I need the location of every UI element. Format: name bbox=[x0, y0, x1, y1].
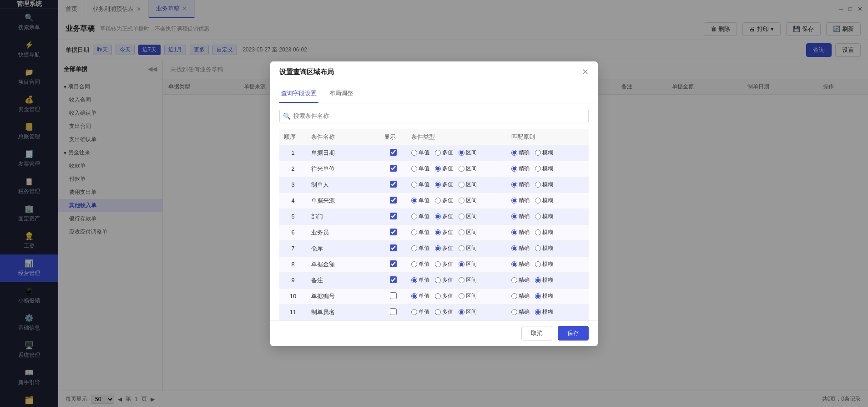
cell-name-1: 往来单位 bbox=[307, 161, 379, 177]
show-checkbox-8[interactable] bbox=[390, 276, 397, 283]
cell-match-6: 精确 模糊 bbox=[507, 240, 589, 256]
cell-order-10: 11 bbox=[279, 304, 307, 320]
table-row: 5 部门 单值 多值 区间 精确 模糊 bbox=[279, 209, 589, 224]
cell-match-5: 精确 模糊 bbox=[507, 224, 589, 240]
cell-type-4: 单值 多值 区间 bbox=[407, 209, 507, 224]
cell-name-4: 部门 bbox=[307, 209, 379, 224]
cell-name-9: 单据编号 bbox=[307, 288, 379, 304]
cell-show-9[interactable] bbox=[379, 288, 407, 304]
cell-show-3[interactable] bbox=[379, 193, 407, 209]
modal-close-button[interactable]: ✕ bbox=[582, 67, 589, 77]
show-checkbox-7[interactable] bbox=[390, 260, 397, 267]
modal-header: 设置查询区域布局 ✕ bbox=[270, 61, 598, 83]
show-checkbox-9[interactable] bbox=[390, 292, 397, 299]
cell-order-4: 5 bbox=[279, 209, 307, 224]
modal-body: 查询字段设置 布局调整 🔍 顺序 条件名称 显示 bbox=[270, 83, 598, 321]
modal-table-wrap: 顺序 条件名称 显示 条件类型 匹配原则 1 单据日期 bbox=[270, 129, 598, 321]
search-icon: 🔍 bbox=[283, 112, 291, 120]
modal-title: 设置查询区域布局 bbox=[279, 68, 334, 76]
modal-tab-field-settings[interactable]: 查询字段设置 bbox=[279, 89, 318, 103]
cell-match-9: 精确 模糊 bbox=[507, 288, 589, 304]
modal-footer: 取消 保存 bbox=[270, 321, 598, 346]
col-name: 条件名称 bbox=[307, 129, 379, 145]
cell-show-8[interactable] bbox=[379, 272, 407, 288]
cell-type-2: 单值 多值 区间 bbox=[407, 177, 507, 193]
cell-order-8: 9 bbox=[279, 272, 307, 288]
modal-search-input[interactable] bbox=[279, 109, 589, 123]
table-row: 9 备注 单值 多值 区间 精确 模糊 bbox=[279, 272, 589, 288]
modal-table-body: 1 单据日期 单值 多值 区间 精确 模糊 bbox=[279, 145, 589, 320]
cell-show-7[interactable] bbox=[379, 256, 407, 272]
cell-show-10[interactable] bbox=[379, 304, 407, 320]
cell-name-2: 制单人 bbox=[307, 177, 379, 193]
cell-order-6: 7 bbox=[279, 240, 307, 256]
cell-name-6: 仓库 bbox=[307, 240, 379, 256]
modal-overlay: 设置查询区域布局 ✕ 查询字段设置 布局调整 🔍 bbox=[0, 0, 868, 407]
modal-tab-layout-settings[interactable]: 布局调整 bbox=[328, 89, 355, 103]
table-row: 2 往来单位 单值 多值 区间 精确 模糊 bbox=[279, 161, 589, 177]
show-checkbox-3[interactable] bbox=[390, 197, 397, 204]
cell-match-2: 精确 模糊 bbox=[507, 177, 589, 193]
cell-match-10: 精确 模糊 bbox=[507, 304, 589, 320]
cell-match-0: 精确 模糊 bbox=[507, 145, 589, 161]
cell-show-6[interactable] bbox=[379, 240, 407, 256]
search-icon-wrap: 🔍 bbox=[279, 109, 589, 123]
modal-search-bar: 🔍 bbox=[270, 103, 598, 129]
table-row: 8 单据金额 单值 多值 区间 精确 模糊 bbox=[279, 256, 589, 272]
modal-cancel-button[interactable]: 取消 bbox=[521, 326, 552, 341]
cell-match-7: 精确 模糊 bbox=[507, 256, 589, 272]
col-match: 匹配原则 bbox=[507, 129, 589, 145]
show-checkbox-5[interactable] bbox=[390, 229, 397, 235]
table-row: 3 制单人 单值 多值 区间 精确 模糊 bbox=[279, 177, 589, 193]
cell-match-8: 精确 模糊 bbox=[507, 272, 589, 288]
cell-order-5: 6 bbox=[279, 224, 307, 240]
cell-order-1: 2 bbox=[279, 161, 307, 177]
cell-name-0: 单据日期 bbox=[307, 145, 379, 161]
cell-name-3: 单据来源 bbox=[307, 193, 379, 209]
modal-table: 顺序 条件名称 显示 条件类型 匹配原则 1 单据日期 bbox=[279, 129, 589, 321]
cell-type-10: 单值 多值 区间 bbox=[407, 304, 507, 320]
cell-show-5[interactable] bbox=[379, 224, 407, 240]
table-row: 1 单据日期 单值 多值 区间 精确 模糊 bbox=[279, 145, 589, 161]
table-row: 11 制单员名 单值 多值 区间 精确 模糊 bbox=[279, 304, 589, 320]
table-row: 4 单据来源 单值 多值 区间 精确 模糊 bbox=[279, 193, 589, 209]
cell-match-1: 精确 模糊 bbox=[507, 161, 589, 177]
cell-match-3: 精确 模糊 bbox=[507, 193, 589, 209]
table-row: 10 单据编号 单值 多值 区间 精确 模糊 bbox=[279, 288, 589, 304]
show-checkbox-2[interactable] bbox=[390, 181, 397, 188]
cell-show-4[interactable] bbox=[379, 209, 407, 224]
show-checkbox-10[interactable] bbox=[390, 308, 397, 315]
cell-show-2[interactable] bbox=[379, 177, 407, 193]
cell-type-1: 单值 多值 区间 bbox=[407, 161, 507, 177]
cell-order-0: 1 bbox=[279, 145, 307, 161]
cell-name-5: 业务员 bbox=[307, 224, 379, 240]
modal-table-header: 顺序 条件名称 显示 条件类型 匹配原则 bbox=[279, 129, 589, 145]
cell-type-3: 单值 多值 区间 bbox=[407, 193, 507, 209]
table-row: 7 仓库 单值 多值 区间 精确 模糊 bbox=[279, 240, 589, 256]
cell-show-1[interactable] bbox=[379, 161, 407, 177]
cell-type-5: 单值 多值 区间 bbox=[407, 224, 507, 240]
cell-type-0: 单值 多值 区间 bbox=[407, 145, 507, 161]
cell-name-10: 制单员名 bbox=[307, 304, 379, 320]
cell-name-7: 单据金额 bbox=[307, 256, 379, 272]
show-checkbox-4[interactable] bbox=[390, 213, 397, 219]
cell-name-8: 备注 bbox=[307, 272, 379, 288]
show-checkbox-6[interactable] bbox=[390, 244, 397, 251]
cell-show-0[interactable] bbox=[379, 145, 407, 161]
col-show: 显示 bbox=[379, 129, 407, 145]
show-checkbox-0[interactable] bbox=[390, 149, 397, 156]
table-row: 6 业务员 单值 多值 区间 精确 模糊 bbox=[279, 224, 589, 240]
cell-order-3: 4 bbox=[279, 193, 307, 209]
col-order: 顺序 bbox=[279, 129, 307, 145]
modal: 设置查询区域布局 ✕ 查询字段设置 布局调整 🔍 bbox=[270, 61, 598, 346]
cell-type-6: 单值 多值 区间 bbox=[407, 240, 507, 256]
modal-save-button[interactable]: 保存 bbox=[558, 326, 589, 341]
cell-match-4: 精确 模糊 bbox=[507, 209, 589, 224]
cell-type-7: 单值 多值 区间 bbox=[407, 256, 507, 272]
col-type: 条件类型 bbox=[407, 129, 507, 145]
cell-order-9: 10 bbox=[279, 288, 307, 304]
show-checkbox-1[interactable] bbox=[390, 165, 397, 172]
cell-type-9: 单值 多值 区间 bbox=[407, 288, 507, 304]
cell-order-2: 3 bbox=[279, 177, 307, 193]
modal-tabs: 查询字段设置 布局调整 bbox=[270, 83, 598, 103]
